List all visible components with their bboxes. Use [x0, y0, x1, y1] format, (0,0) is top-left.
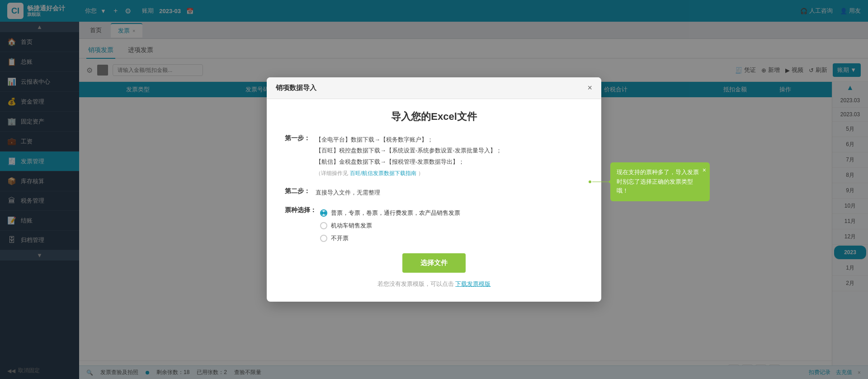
step1-line-0: 【全电平台】数据下载→【税务数字账户】； — [316, 134, 502, 146]
modal-main-title: 导入您的Excel文件 — [285, 110, 583, 123]
step1-line-1: 【百旺】税控盘数据下载→【系统设置-系统参数设置-发票批量导入】； — [316, 145, 502, 156]
tooltip-bubble: × 现在支持的票种多了，导入发票时别忘了选择正确的发票类型哦！ — [610, 162, 710, 201]
step1-section: 第一步： 【全电平台】数据下载→【税务数字账户】； 【百旺】税控盘数据下载→【系… — [285, 134, 583, 179]
modal-close-btn[interactable]: × — [587, 84, 592, 92]
step1-label: 第一步： — [285, 134, 310, 176]
radio-normal[interactable]: 普票，专票，卷票，通行费发票，农产品销售发票 — [320, 209, 460, 217]
tooltip-line — [590, 181, 610, 182]
radio-group: 普票，专票，卷票，通行费发票，农产品销售发票 机动车销售发票 不开票 — [320, 209, 460, 242]
step1-note: （详细操作见 — [316, 170, 348, 176]
modal-header: 销项数据导入 × — [267, 77, 601, 99]
modal-dialog: 销项数据导入 × 导入您的Excel文件 第一步： 【全电平台】数据下载→【税务… — [267, 77, 601, 302]
modal-overlay[interactable]: 销项数据导入 × 导入您的Excel文件 第一步： 【全电平台】数据下载→【税务… — [0, 0, 868, 379]
step2-section: 第二步： 直接导入文件，无需整理 — [285, 187, 583, 199]
step2-content: 直接导入文件，无需整理 — [314, 187, 380, 199]
radio-none-circle[interactable] — [320, 235, 327, 242]
radio-none-label: 不开票 — [331, 234, 349, 242]
modal-title: 销项数据导入 — [276, 84, 316, 92]
step1-line-2: 【航信】金税盘数据下载→【报税管理-发票数据导出】； — [316, 156, 502, 168]
tooltip-text: 现在支持的票种多了，导入发票时别忘了选择正确的发票类型哦！ — [617, 169, 699, 194]
step1-content: 【全电平台】数据下载→【税务数字账户】； 【百旺】税控盘数据下载→【系统设置-系… — [314, 134, 502, 179]
step1-link[interactable]: 百旺/航信发票数据下载指南 — [350, 170, 416, 176]
ticket-section: 票种选择： 普票，专票，卷票，通行费发票，农产品销售发票 机动车销售发票 — [285, 206, 583, 242]
select-file-btn[interactable]: 选择文件 — [402, 253, 466, 273]
tooltip-close-btn[interactable]: × — [703, 165, 706, 175]
modal-body: 导入您的Excel文件 第一步： 【全电平台】数据下载→【税务数字账户】； 【百… — [267, 99, 601, 302]
radio-normal-label: 普票，专票，卷票，通行费发票，农产品销售发票 — [331, 209, 460, 217]
radio-motor[interactable]: 机动车销售发票 — [320, 222, 460, 230]
radio-normal-circle[interactable] — [320, 209, 327, 217]
footer-note-text: 若您没有发票模版，可以点击 — [377, 280, 454, 287]
step1-note-row: （详细操作见 百旺/航信发票数据下载指南 ） — [316, 168, 502, 179]
radio-motor-label: 机动车销售发票 — [331, 222, 372, 230]
radio-none[interactable]: 不开票 — [320, 234, 460, 242]
tooltip-dot — [588, 180, 592, 184]
step1-note-end: ） — [418, 170, 424, 176]
download-template-link[interactable]: 下载发票模版 — [455, 280, 491, 287]
step2-label: 第二步： — [285, 187, 310, 196]
modal-footer: 若您没有发票模版，可以点击 下载发票模版 — [285, 280, 583, 288]
ticket-label: 票种选择： — [285, 206, 316, 214]
radio-motor-circle[interactable] — [320, 222, 327, 229]
